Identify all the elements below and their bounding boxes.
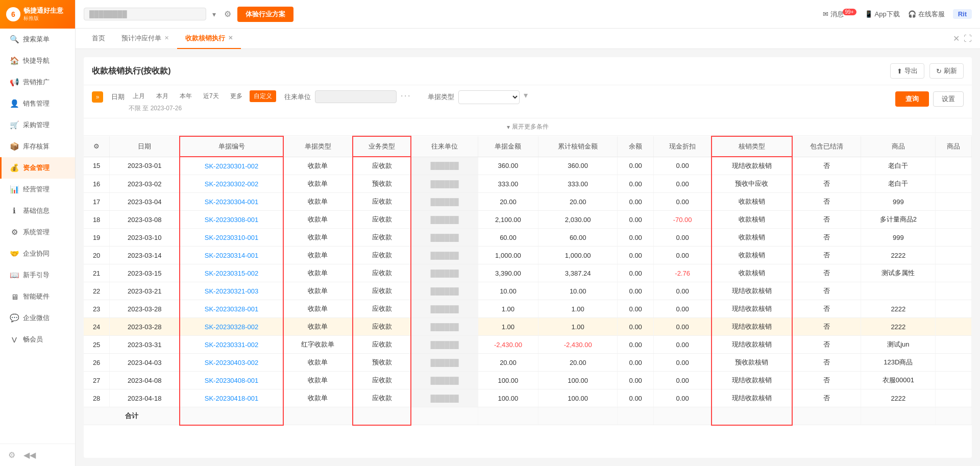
date-btn-7days[interactable]: 近7天 bbox=[199, 90, 223, 102]
sidebar-item-guide[interactable]: 📖 新手引导 bbox=[0, 264, 75, 286]
date-btn-last-month[interactable]: 上月 bbox=[129, 90, 149, 102]
date-btn-this-month[interactable]: 本月 bbox=[152, 90, 173, 102]
tab-close-all-icon[interactable]: ✕ bbox=[953, 34, 960, 43]
user-avatar-item[interactable]: Rit bbox=[953, 9, 972, 19]
sidebar-label-shortcut: 快捷导航 bbox=[23, 56, 50, 65]
cell-bill-amount: 100.00 bbox=[478, 389, 538, 407]
refresh-button[interactable]: ↻ 刷新 bbox=[929, 63, 964, 79]
sidebar-item-operation[interactable]: 📊 经营管理 bbox=[0, 179, 75, 200]
cell-product2 bbox=[936, 247, 972, 264]
cell-cumulative: 3,387.24 bbox=[538, 264, 618, 282]
filter-settings-button[interactable]: 设置 bbox=[933, 91, 964, 107]
cell-partner: ██████ bbox=[411, 157, 478, 175]
cell-cumulative: 360.00 bbox=[538, 157, 618, 175]
sidebar-item-hardware[interactable]: 🖥 智能硬件 bbox=[0, 286, 75, 307]
sidebar-item-shortcut[interactable]: 🏠 快捷导航 bbox=[0, 50, 75, 71]
sidebar-item-marketing[interactable]: 📢 营销推广 bbox=[0, 71, 75, 93]
cell-include-settled: 否 bbox=[792, 389, 861, 407]
industry-solution-button[interactable]: 体验行业方案 bbox=[237, 7, 293, 22]
bill-no-link[interactable]: SK-20230328-001 bbox=[205, 305, 259, 313]
cell-bill-type: 收款单 bbox=[283, 318, 353, 336]
sidebar-item-inventory[interactable]: 📦 库存核算 bbox=[0, 136, 75, 157]
cell-product: 2222 bbox=[861, 389, 936, 407]
cell-bill-type: 收款单 bbox=[283, 175, 353, 193]
cell-discount: 0.00 bbox=[653, 336, 712, 354]
bill-no-link[interactable]: SK-20230310-001 bbox=[205, 234, 259, 241]
refresh-icon: ↻ bbox=[936, 67, 942, 75]
sales-icon: 👤 bbox=[10, 99, 19, 108]
sidebar-item-wechat[interactable]: 💬 企业微信 bbox=[0, 307, 75, 329]
tab-home[interactable]: 首页 bbox=[84, 29, 113, 49]
tab-expand-icon[interactable]: ⛶ bbox=[964, 34, 972, 43]
filter-bar: » 日期 上月 本月 本年 近7天 更多 自定义 不限 至 2023-07-26 bbox=[84, 85, 972, 118]
filter-expand-button[interactable]: » bbox=[92, 91, 103, 103]
sidebar-item-search[interactable]: 🔍 搜索菜单 bbox=[0, 29, 75, 50]
bill-no-link[interactable]: SK-20230302-002 bbox=[205, 180, 259, 188]
topbar-right-area: ✉ 消息 99+ 📱 App下载 🎧 在线客服 Rit bbox=[823, 9, 972, 19]
messages-item[interactable]: ✉ 消息 99+ bbox=[823, 10, 856, 19]
sidebar-item-member[interactable]: V 畅会员 bbox=[0, 329, 75, 350]
tab-receivable-close[interactable]: ✕ bbox=[228, 35, 233, 41]
collapse-icon[interactable]: ◀◀ bbox=[23, 450, 36, 460]
cell-verify-type: 收款核销 bbox=[712, 193, 792, 211]
date-btn-more[interactable]: 更多 bbox=[226, 90, 247, 102]
sidebar-label-finance: 资金管理 bbox=[23, 163, 50, 173]
bill-no-link[interactable]: SK-20230328-002 bbox=[205, 323, 259, 331]
bill-no-link[interactable]: SK-20230408-001 bbox=[205, 377, 259, 384]
bill-no-link[interactable]: SK-20230301-002 bbox=[205, 162, 259, 170]
cell-product bbox=[861, 282, 936, 300]
bill-no-link[interactable]: SK-20230315-002 bbox=[205, 269, 259, 277]
settings-gear-icon[interactable]: ⚙ bbox=[8, 450, 15, 460]
app-download-item[interactable]: 📱 App下载 bbox=[865, 10, 900, 19]
enterprise-icon: 🤝 bbox=[10, 249, 19, 258]
col-header-bill-amount: 单据金额 bbox=[478, 136, 538, 157]
date-filter-label: 日期 bbox=[111, 90, 125, 102]
sidebar-item-system[interactable]: ⚙ 系统管理 bbox=[0, 222, 75, 243]
bill-no-link[interactable]: SK-20230304-001 bbox=[205, 198, 259, 206]
sidebar-item-purchase[interactable]: 🛒 采购管理 bbox=[0, 114, 75, 136]
date-btn-this-year[interactable]: 本年 bbox=[176, 90, 196, 102]
bill-no-link[interactable]: SK-20230314-001 bbox=[205, 252, 259, 259]
bill-no-link[interactable]: SK-20230321-003 bbox=[205, 287, 259, 295]
bill-type-select[interactable] bbox=[458, 90, 520, 104]
online-service-item[interactable]: 🎧 在线客服 bbox=[908, 10, 945, 19]
online-service-label: 在线客服 bbox=[918, 10, 945, 19]
sidebar-item-enterprise[interactable]: 🤝 企业协同 bbox=[0, 243, 75, 264]
cell-biz-type: 应收款 bbox=[353, 318, 411, 336]
cell-cumulative: 20.00 bbox=[538, 354, 618, 372]
sidebar-item-sales[interactable]: 👤 销售管理 bbox=[0, 93, 75, 114]
bill-no-link[interactable]: SK-20230418-001 bbox=[205, 395, 259, 402]
col-header-verify-type: 核销类型 bbox=[712, 136, 792, 157]
sidebar-item-basic[interactable]: ℹ 基础信息 bbox=[0, 200, 75, 222]
export-button[interactable]: ⬆ 导出 bbox=[890, 63, 924, 79]
cell-verify-type: 现结收款核销 bbox=[712, 318, 792, 336]
cell-verify-type: 收款核销 bbox=[712, 247, 792, 264]
tab-payable-close[interactable]: ✕ bbox=[164, 35, 169, 41]
expand-more-button[interactable]: ▾ 展开更多条件 bbox=[503, 121, 553, 132]
query-button[interactable]: 查询 bbox=[895, 91, 929, 107]
cell-verify-type: 预收中应收 bbox=[712, 175, 792, 193]
main-area: ████████ ▾ ⚙ 体验行业方案 ✉ 消息 99+ 📱 App下载 🎧 在… bbox=[76, 0, 980, 466]
date-options: 上月 本月 本年 近7天 更多 自定义 bbox=[129, 90, 276, 102]
sidebar-item-finance[interactable]: 💰 资金管理 bbox=[0, 157, 75, 179]
cell-cumulative: 333.00 bbox=[538, 175, 618, 193]
topbar-gear-icon[interactable]: ⚙ bbox=[224, 9, 231, 19]
table-row: 28 2023-04-18 SK-20230418-001 收款单 应收款 ██… bbox=[84, 389, 972, 407]
bill-no-link[interactable]: SK-20230331-002 bbox=[205, 341, 259, 349]
tab-payable[interactable]: 预计冲应付单 ✕ bbox=[113, 29, 177, 49]
cell-partner: ██████ bbox=[411, 211, 478, 229]
bill-no-link[interactable]: SK-20230403-002 bbox=[205, 359, 259, 366]
cell-discount: 0.00 bbox=[653, 372, 712, 389]
sidebar: 6 畅捷通好生意 标推版 🔍 搜索菜单 🏠 快捷导航 📢 营销推广 👤 销售管理… bbox=[0, 0, 76, 466]
partner-input[interactable] bbox=[315, 90, 397, 103]
cell-bill-type: 收款单 bbox=[283, 300, 353, 318]
col-header-balance: 余额 bbox=[618, 136, 653, 157]
cell-discount: 0.00 bbox=[653, 300, 712, 318]
topbar: ████████ ▾ ⚙ 体验行业方案 ✉ 消息 99+ 📱 App下载 🎧 在… bbox=[76, 0, 980, 29]
bill-no-link[interactable]: SK-20230308-001 bbox=[205, 216, 259, 224]
cell-product: 老白干 bbox=[861, 157, 936, 175]
tab-receivable[interactable]: 收款核销执行 ✕ bbox=[177, 29, 241, 49]
date-btn-custom[interactable]: 自定义 bbox=[250, 90, 276, 102]
cell-verify-type: 现结收款核销 bbox=[712, 300, 792, 318]
data-table-wrapper[interactable]: ⚙ 日期 单据编号 单据类型 业务类型 往来单位 单据金额 累计核销金额 余额 … bbox=[84, 136, 972, 458]
